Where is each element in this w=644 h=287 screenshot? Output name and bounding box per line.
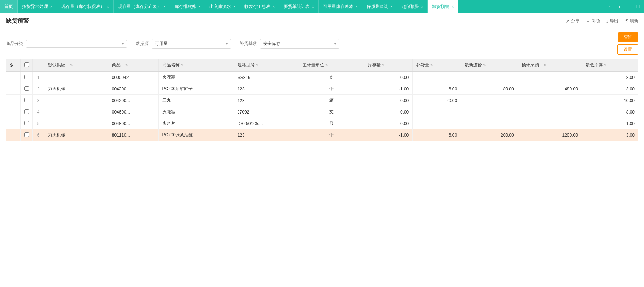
nav-tab-inout-flow[interactable]: 出入库流水× bbox=[205, 0, 240, 13]
page-title: 缺货预警 bbox=[6, 17, 29, 25]
close-tab-receive-summary-icon[interactable]: × bbox=[273, 5, 275, 9]
cell-checkbox[interactable] bbox=[20, 71, 32, 83]
cell-checkbox[interactable] bbox=[20, 118, 32, 129]
select-all-checkbox[interactable] bbox=[24, 62, 29, 67]
cell-checkbox[interactable] bbox=[20, 95, 32, 106]
cell-stock-qty: -1.00 bbox=[364, 83, 413, 95]
share-button[interactable]: ↗ 分享 bbox=[566, 18, 580, 24]
cell-unit: 支 bbox=[299, 106, 364, 118]
cell-latest-price: 80.00 bbox=[461, 83, 518, 95]
close-tab-inventory-dist-icon[interactable]: × bbox=[164, 5, 166, 9]
th-product-code[interactable]: 商品... ⇅ bbox=[108, 59, 158, 71]
cell-default-supplier: 力天机械 bbox=[44, 129, 108, 141]
cell-product-code: 004200... bbox=[108, 95, 158, 106]
filter-buttons: 查询 设置 bbox=[617, 32, 638, 55]
sort-price-icon: ⇅ bbox=[483, 63, 486, 67]
cell-replenish-qty bbox=[413, 106, 461, 118]
close-tab-inventory-status-icon[interactable]: × bbox=[107, 5, 109, 9]
row-checkbox[interactable] bbox=[24, 86, 29, 91]
close-tab-batch-account-icon[interactable]: × bbox=[199, 5, 201, 9]
close-tab-defect-process-icon[interactable]: × bbox=[50, 5, 52, 9]
cell-estimated-purchase bbox=[518, 118, 582, 129]
share-label: 分享 bbox=[571, 18, 580, 24]
table-row: 2力天机械004200...PC200油缸缸子123个-1.006.0080.0… bbox=[6, 83, 638, 95]
category-select[interactable]: ▾ bbox=[26, 40, 127, 48]
cell-product-code: 004600... bbox=[108, 106, 158, 118]
nav-tab-available-ledger[interactable]: 可用量库存账本× bbox=[319, 0, 362, 13]
cell-checkbox[interactable] bbox=[20, 106, 32, 118]
nav-minimize-btn[interactable]: — bbox=[625, 2, 633, 11]
nav-tab-home[interactable]: 首页 bbox=[0, 0, 18, 13]
cell-replenish-qty bbox=[413, 118, 461, 129]
th-estimated-purchase[interactable]: 预计采购... ⇅ bbox=[518, 59, 582, 71]
cell-spec-model: J7092 bbox=[234, 106, 299, 118]
table-container: ⚙ 默认供应... ⇅ 商品... bbox=[0, 59, 644, 141]
close-tab-shortage-icon[interactable]: × bbox=[452, 5, 454, 9]
th-latest-price[interactable]: 最新进价 ⇅ bbox=[461, 59, 518, 71]
table-row: 3004200...三九123箱0.0020.0010.00 bbox=[6, 95, 638, 106]
nav-maximize-btn[interactable]: □ bbox=[634, 2, 643, 11]
cell-settings bbox=[6, 118, 20, 129]
cell-replenish-qty: 20.00 bbox=[413, 95, 461, 106]
nav-tab-receive-summary[interactable]: 收发存汇总表× bbox=[240, 0, 279, 13]
refresh-button[interactable]: ↺ 刷新 bbox=[624, 18, 638, 24]
cell-checkbox[interactable] bbox=[20, 129, 32, 141]
settings-button[interactable]: 设置 bbox=[617, 44, 638, 55]
cell-estimated-purchase: 480.00 bbox=[518, 83, 582, 95]
sort-unit-icon: ⇅ bbox=[325, 63, 328, 67]
sort-replenish-icon: ⇅ bbox=[430, 63, 433, 67]
replenish-button[interactable]: ＋ 补货 bbox=[586, 18, 600, 25]
replenish-label: 补货 bbox=[592, 18, 600, 24]
category-filter-group: 商品分类 ▾ bbox=[6, 40, 127, 48]
th-default-supplier[interactable]: 默认供应... ⇅ bbox=[44, 59, 108, 71]
nav-tab-batch-account[interactable]: 库存批次账× bbox=[170, 0, 205, 13]
datasource-label: 数据源 bbox=[136, 41, 149, 47]
nav-tab-inventory-status[interactable]: 现存量（库存状况表）× bbox=[57, 0, 114, 13]
cell-latest-price bbox=[461, 106, 518, 118]
row-checkbox[interactable] bbox=[24, 132, 29, 137]
row-checkbox[interactable] bbox=[24, 109, 29, 114]
row-checkbox[interactable] bbox=[24, 121, 29, 125]
nav-tab-defect-process[interactable]: 拣货异常处理× bbox=[18, 0, 57, 13]
cell-spec-model: 123 bbox=[234, 95, 299, 106]
settings-gear-icon[interactable]: ⚙ bbox=[9, 63, 13, 68]
cell-min-stock: 3.00 bbox=[582, 129, 638, 141]
cell-latest-price bbox=[461, 71, 518, 83]
query-button[interactable]: 查询 bbox=[618, 32, 638, 42]
nav-tab-order-stats[interactable]: 要货单统计表× bbox=[279, 0, 319, 13]
close-tab-available-ledger-icon[interactable]: × bbox=[356, 5, 358, 9]
cell-latest-price: 200.00 bbox=[461, 129, 518, 141]
table-row: 6力天机械801110...PC200张紧油缸123个-1.006.00200.… bbox=[6, 129, 638, 141]
nav-next-btn[interactable]: › bbox=[615, 2, 624, 11]
th-min-stock[interactable]: 最低库存 ⇅ bbox=[582, 59, 638, 71]
th-estimated-purchase-label: 预计采购... bbox=[522, 62, 543, 68]
row-checkbox[interactable] bbox=[24, 98, 29, 102]
cell-replenish-qty bbox=[413, 71, 461, 83]
datasource-select[interactable]: 可用量 ▾ bbox=[152, 39, 231, 49]
cell-product-name: 火花塞 bbox=[158, 106, 234, 118]
nav-tab-inventory-dist[interactable]: 现存量（库存分布表）× bbox=[114, 0, 170, 13]
nav-prev-btn[interactable]: ‹ bbox=[606, 2, 614, 11]
row-checkbox[interactable] bbox=[24, 75, 29, 79]
nav-tab-overstock[interactable]: 超储预警× bbox=[397, 0, 428, 13]
replenish-base-select[interactable]: 安全库存 ▾ bbox=[260, 39, 339, 49]
close-tab-expiry-query-icon[interactable]: × bbox=[391, 5, 393, 9]
nav-tab-expiry-query[interactable]: 保质期查询× bbox=[362, 0, 397, 13]
header-actions: ↗ 分享 ＋ 补货 ↓ 导出 ↺ 刷新 bbox=[566, 18, 639, 25]
close-tab-order-stats-icon[interactable]: × bbox=[312, 5, 314, 9]
th-unit[interactable]: 主计量单位 ⇅ bbox=[299, 59, 364, 71]
cell-settings bbox=[6, 83, 20, 95]
sort-supplier-icon: ⇅ bbox=[70, 63, 73, 67]
th-replenish-qty[interactable]: 补货量 ⇅ bbox=[413, 59, 461, 71]
close-tab-inout-flow-icon[interactable]: × bbox=[233, 5, 235, 9]
cell-default-supplier bbox=[44, 95, 108, 106]
cell-checkbox[interactable] bbox=[20, 83, 32, 95]
th-product-name[interactable]: 商品名称 ⇅ bbox=[158, 59, 234, 71]
th-default-supplier-label: 默认供应... bbox=[48, 62, 69, 68]
close-tab-overstock-icon[interactable]: × bbox=[421, 5, 423, 9]
th-stock-qty[interactable]: 库存量 ⇅ bbox=[364, 59, 413, 71]
table-row: 5004800...离合片DS250*23c...只0.001.00 bbox=[6, 118, 638, 129]
export-button[interactable]: ↓ 导出 bbox=[606, 18, 619, 24]
nav-tab-shortage[interactable]: 缺货预警× bbox=[428, 0, 458, 13]
th-spec-model[interactable]: 规格型号 ⇅ bbox=[234, 59, 299, 71]
